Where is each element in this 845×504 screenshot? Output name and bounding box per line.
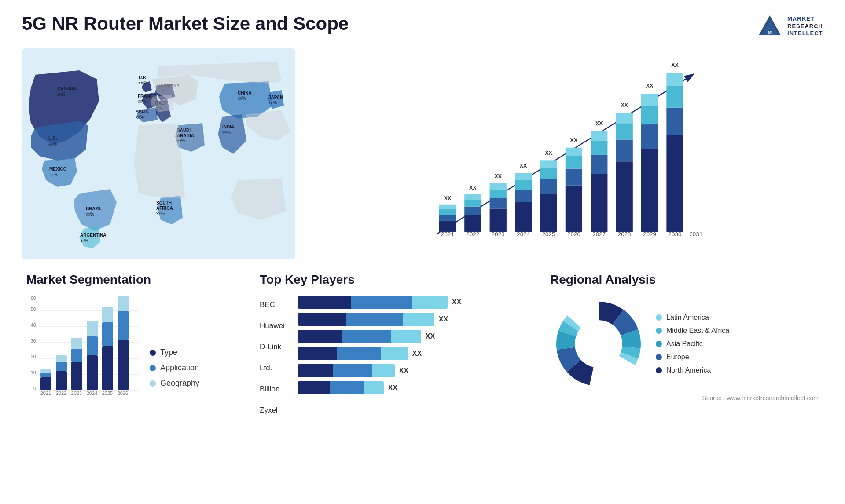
player-billion: Billion [260,382,285,396]
bar-row-dlink: XX [298,330,528,343]
svg-text:xx%: xx% [57,92,66,97]
regional-legend: Latin America Middle East & Africa Asia … [656,314,729,374]
svg-text:AFRICA: AFRICA [156,206,173,211]
svg-rect-40 [439,215,456,221]
player-huawei: Huawei [260,319,285,333]
bar-billion [298,364,395,377]
svg-text:XX: XX [595,121,603,127]
legend-type: Type [150,348,199,357]
svg-text:XX: XX [469,185,477,191]
main-grid: CANADA xx% U.S. xx% MEXICO xx% BRAZIL xx… [22,48,823,268]
svg-text:2026: 2026 [118,391,128,396]
svg-rect-49 [490,208,507,232]
svg-text:20: 20 [31,354,36,359]
svg-text:2021: 2021 [441,231,454,237]
svg-text:XX: XX [520,163,527,169]
svg-text:XX: XX [545,150,552,156]
asia-dot [656,341,662,347]
regional-section: Regional Analysis [546,273,823,417]
svg-text:XX: XX [646,83,654,89]
bar-ltd [298,347,408,360]
svg-text:xx%: xx% [138,99,146,104]
svg-text:30: 30 [31,338,36,343]
svg-rect-125 [102,346,113,390]
svg-rect-72 [591,131,607,140]
bar-huawei [298,313,434,326]
svg-point-142 [576,321,621,367]
svg-text:XX: XX [671,62,679,68]
svg-text:SPAIN: SPAIN [136,110,149,114]
svg-rect-87 [666,73,683,86]
svg-rect-122 [87,355,98,390]
svg-rect-129 [118,311,129,340]
svg-text:MEXICO: MEXICO [49,167,67,172]
svg-rect-46 [464,199,481,206]
svg-rect-56 [515,180,532,190]
svg-rect-55 [515,190,532,202]
svg-text:XX: XX [570,137,578,143]
svg-text:2028: 2028 [618,231,631,237]
chart-section: XX XX XX XX [304,48,823,259]
svg-rect-74 [616,161,633,232]
page-container: 5G NR Router Market Size and Scope M MAR… [0,0,845,504]
svg-text:xx%: xx% [48,142,57,146]
svg-rect-62 [540,160,557,168]
seg-legend: Type Application Geography [150,348,199,397]
svg-rect-116 [56,371,67,390]
legend-asia: Asia Pacific [656,340,729,348]
svg-rect-126 [102,322,113,346]
svg-text:xx%: xx% [136,115,144,120]
players-bars: XX XX [298,296,528,417]
bottom-sections: Market Segmentation 0 10 20 30 40 50 60 [22,273,823,417]
donut-chart [550,296,647,392]
svg-rect-61 [540,168,557,179]
svg-rect-45 [464,207,481,215]
seg-chart-container: 0 10 20 30 40 50 60 [26,296,238,397]
svg-text:U.K.: U.K. [139,75,147,80]
players-names: BEC Huawei D-Link Ltd. Billion Zyxel [260,296,285,417]
svg-rect-57 [515,173,532,180]
north-america-dot [656,367,662,373]
svg-rect-51 [490,190,507,198]
svg-text:2023: 2023 [71,391,82,396]
svg-rect-60 [540,179,557,194]
svg-text:40: 40 [31,322,36,328]
svg-rect-71 [591,140,607,155]
europe-dot [656,354,662,360]
svg-text:2023: 2023 [492,231,505,237]
svg-text:CHINA: CHINA [238,91,252,95]
bar-row-ltd: XX [298,347,528,360]
svg-text:2027: 2027 [592,231,606,237]
svg-rect-130 [118,296,129,311]
bar-zyxel [298,381,384,394]
svg-rect-69 [591,174,607,232]
player-dlink: D-Link [260,340,285,354]
svg-rect-52 [490,183,507,190]
type-dot [150,350,156,356]
svg-text:SOUTH: SOUTH [156,201,172,205]
svg-text:U.S.: U.S. [48,136,57,141]
svg-text:xx%: xx% [238,96,246,101]
svg-rect-76 [616,123,633,139]
latin-dot [656,314,662,321]
source-text: Source : www.marketresearchintellect.com [550,394,819,402]
svg-rect-79 [641,149,658,232]
legend-north-america: North America [656,366,729,374]
players-grid: BEC Huawei D-Link Ltd. Billion Zyxel [260,296,528,417]
svg-rect-118 [56,355,67,362]
bar-dlink [298,330,421,343]
svg-rect-123 [87,336,98,355]
svg-text:xx%: xx% [86,212,94,217]
bar-row-bec: XX [298,296,528,309]
svg-text:XX: XX [621,102,628,108]
svg-text:JAPAN: JAPAN [268,95,283,100]
svg-text:M: M [768,30,772,35]
svg-text:2025: 2025 [542,231,555,237]
svg-text:INDIA: INDIA [222,124,234,129]
svg-rect-127 [102,307,113,322]
svg-text:2024: 2024 [517,231,530,237]
svg-text:2029: 2029 [643,231,656,237]
growth-chart: XX XX XX XX [312,57,814,251]
svg-text:2030: 2030 [669,231,682,237]
legend-europe: Europe [656,353,729,361]
